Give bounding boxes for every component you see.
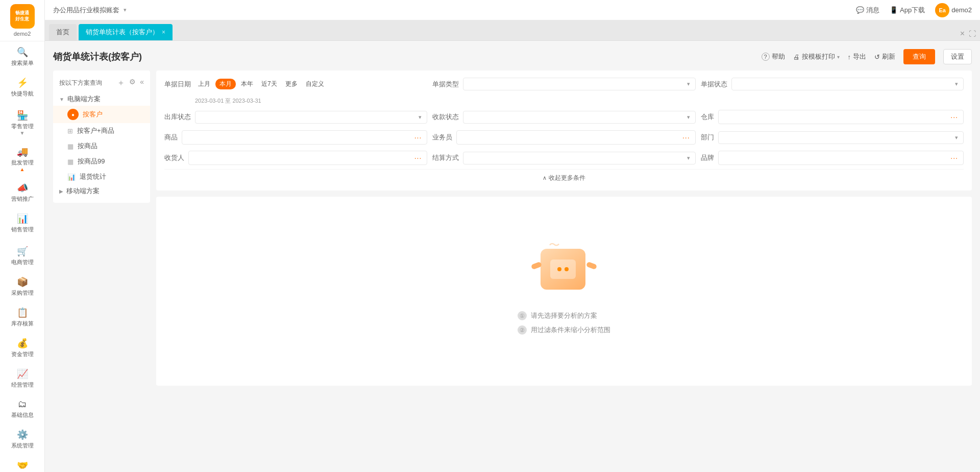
receipt-status-chevron: ▾	[687, 114, 690, 121]
date-btn-this-month[interactable]: 本月	[215, 79, 236, 89]
operation-icon: 📈	[17, 368, 28, 380]
return-stat-label: 退货统计	[80, 172, 106, 181]
sidebar-item-ecommerce[interactable]: 🛒 电商管理	[0, 241, 44, 271]
sidebar-item-finance[interactable]: 💰 资金管理	[0, 333, 44, 363]
salesperson-control[interactable]: ···	[456, 130, 695, 145]
tab-sales-stat[interactable]: 销货单统计表（按客户） ×	[79, 24, 173, 40]
tab-close-all-icon[interactable]: ×	[960, 29, 965, 38]
app-download-btn[interactable]: 📱 App下载	[890, 6, 925, 15]
system-icon: ⚙️	[17, 429, 28, 440]
phone-icon: 📱	[890, 6, 898, 14]
query-btn[interactable]: 查询	[903, 49, 935, 64]
settings-btn[interactable]: 设置	[943, 49, 972, 64]
receiver-label: 收货人	[164, 153, 184, 162]
receipt-status-label: 收款状态	[432, 112, 459, 122]
tree-desktop-header[interactable]: ▼ 电脑端方案	[53, 92, 150, 106]
tab-close-btn[interactable]: ×	[162, 29, 165, 36]
receiver-control[interactable]: ···	[188, 151, 427, 165]
tree-item-by-customer[interactable]: ● 按客户	[53, 106, 150, 123]
tree-item-by-customer-goods[interactable]: ⊞ 按客户+商品	[53, 123, 150, 138]
sidebar-item-wholesale[interactable]: 🚚 批发管理 ▲	[0, 141, 44, 177]
add-scheme-icon[interactable]: ＋	[117, 78, 125, 88]
brand-control[interactable]: ···	[718, 151, 964, 165]
goods-control[interactable]: ···	[182, 130, 427, 145]
sidebar-item-retail[interactable]: 🏪 零售管理 ▼	[0, 105, 44, 141]
username: demo2	[951, 6, 972, 14]
sidebar-item-quicknav[interactable]: ⚡ 快捷导航	[0, 72, 44, 103]
purchase-icon: 📦	[17, 276, 28, 288]
sidebar-item-system[interactable]: ⚙️ 系统管理	[0, 424, 44, 455]
doc-type-control[interactable]: ▾	[463, 78, 695, 90]
dept-filter-group: 部门 ▾	[701, 130, 964, 145]
receipt-status-filter-group: 收款状态 ▾	[432, 110, 695, 124]
collapse-panel-icon[interactable]: «	[140, 78, 144, 88]
by-goods-label: 按商品	[78, 141, 97, 151]
date-btn-7days[interactable]: 近7天	[258, 79, 280, 89]
retail-icon: 🏪	[17, 110, 28, 121]
date-options: 上月 本月 本年 近7天 更多 自定义	[195, 79, 327, 89]
page-title-bar: 销货单统计表(按客户) ? 帮助 🖨 按模板打印 ▾ ↑ 导出 ↺ 刷新	[53, 49, 972, 64]
empty-tips: ① 请先选择要分析的方案 ② 用过滤条件来缩小分析范围	[518, 311, 610, 335]
filter-row-1: 单据日期 上月 本月 本年 近7天 更多 自定义	[164, 78, 964, 90]
sidebar-item-purchase[interactable]: 📦 采购管理	[0, 271, 44, 302]
date-btn-more[interactable]: 更多	[282, 79, 301, 89]
message-btn[interactable]: 💬 消息	[856, 6, 879, 15]
brand-filter-group: 品牌 ···	[701, 151, 964, 165]
sidebar-item-marketing[interactable]: 📣 营销推广	[0, 177, 44, 208]
refresh-btn[interactable]: ↺ 刷新	[874, 52, 895, 61]
warehouse-filter-group: 仓库 ···	[701, 110, 964, 124]
export-btn[interactable]: ↑ 导出	[848, 52, 867, 61]
receipt-status-control[interactable]: ▾	[463, 111, 695, 124]
date-range-text: 2023-03-01 至 2023-03-31	[195, 98, 261, 104]
left-panel-title: 按以下方案查询	[59, 79, 102, 87]
help-btn[interactable]: ? 帮助	[762, 52, 785, 61]
sidebar-item-enterprise[interactable]: 🤝 企业协同	[0, 455, 44, 472]
edit-scheme-icon[interactable]: ⚙	[129, 78, 136, 88]
sidebar-item-sales[interactable]: 📊 销售管理	[0, 208, 44, 239]
message-label: 消息	[866, 6, 879, 15]
user-profile-btn[interactable]: Ea demo2	[935, 3, 972, 17]
goods-icon: ▦	[67, 143, 74, 150]
help-label: 帮助	[772, 52, 785, 61]
tree-item-by-goods-99[interactable]: ▦ 按商品99	[53, 154, 150, 169]
sidebar-item-basic[interactable]: 🗂 基础信息	[0, 394, 44, 424]
enterprise-icon: 🤝	[17, 460, 28, 471]
warehouse-dots: ···	[950, 113, 958, 121]
collapse-up-icon: ∧	[543, 175, 547, 181]
tree-item-return-stat[interactable]: 📊 退货统计	[53, 169, 150, 184]
marketing-icon: 📣	[17, 182, 28, 194]
print-btn[interactable]: 🖨 按模板打印 ▾	[793, 52, 840, 61]
refresh-icon: ↺	[874, 53, 880, 61]
box-screen	[550, 259, 576, 279]
tab-home[interactable]: 首页	[49, 24, 77, 40]
goods-filter-group: 商品 ···	[164, 130, 427, 145]
tree-expand-icon: ▶	[59, 188, 63, 194]
date-btn-last-month[interactable]: 上月	[195, 79, 213, 89]
sidebar-item-search[interactable]: 🔍 搜索菜单	[0, 41, 44, 72]
out-status-control[interactable]: ▾	[195, 111, 427, 124]
doc-type-chevron: ▾	[687, 81, 690, 87]
main-area: 按以下方案查询 ＋ ⚙ « ▼ 电脑端方案 ●	[53, 70, 972, 386]
empty-tip-2: ② 用过滤条件来缩小分析范围	[518, 325, 610, 335]
doc-status-label: 单据状态	[701, 80, 727, 89]
warehouse-control[interactable]: ···	[718, 110, 964, 124]
filter-row-3: 商品 ··· 业务员 ··· 部门	[164, 130, 964, 145]
tab-maximize-icon[interactable]: ⛶	[969, 30, 976, 38]
sidebar-item-operation[interactable]: 📈 经营管理	[0, 363, 44, 394]
salesperson-filter-group: 业务员 ···	[432, 130, 695, 145]
date-btn-custom[interactable]: 自定义	[303, 79, 327, 89]
tree-fold-icon: ▼	[59, 97, 64, 102]
dept-control[interactable]: ▾	[718, 131, 964, 144]
tree-mobile-label: 移动端方案	[66, 186, 100, 196]
tree-item-by-goods[interactable]: ▦ 按商品	[53, 138, 150, 154]
tree-mobile-header[interactable]: ▶ 移动端方案	[53, 184, 150, 198]
date-btn-this-year[interactable]: 本年	[238, 79, 256, 89]
sidebar-item-inventory[interactable]: 📋 库存核算	[0, 302, 44, 333]
export-icon: ↑	[848, 53, 851, 61]
doc-status-control[interactable]: ▾	[731, 78, 964, 90]
eye-right	[565, 267, 569, 271]
by-customer-dot: ●	[67, 109, 79, 120]
sidebar-item-inventory-label: 库存核算	[11, 320, 34, 327]
collapse-bar[interactable]: ∧ 收起更多条件	[164, 169, 964, 186]
payment-control[interactable]: ▾	[463, 152, 695, 164]
